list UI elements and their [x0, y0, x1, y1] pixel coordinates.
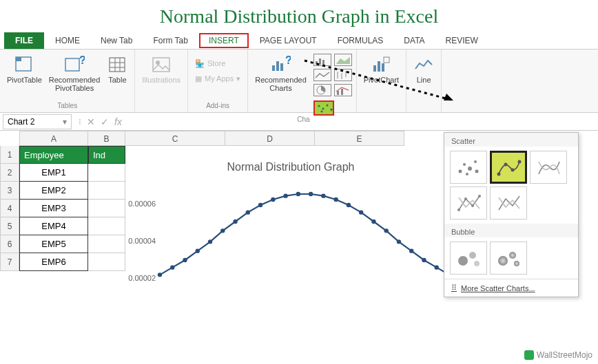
bar-chart-icon[interactable] — [313, 54, 331, 66]
svg-point-40 — [208, 239, 212, 244]
illustrations-button[interactable]: Illustrations — [142, 52, 181, 84]
tab-insert[interactable]: INSERT — [199, 33, 249, 48]
line-chart-icon[interactable] — [313, 69, 331, 81]
table-button[interactable]: Table — [107, 52, 127, 84]
scatter-option-markers[interactable] — [450, 151, 487, 184]
svg-rect-15 — [316, 61, 318, 65]
svg-point-45 — [271, 197, 275, 202]
svg-point-72 — [471, 204, 474, 207]
accept-formula-icon[interactable]: ✓ — [101, 116, 109, 127]
row-header[interactable]: 6 — [0, 235, 19, 253]
row-header[interactable]: 7 — [0, 253, 19, 271]
svg-point-75 — [469, 252, 476, 259]
sparkline-line-button[interactable]: Line — [413, 52, 434, 84]
chevron-down-icon[interactable]: ▾ — [63, 117, 67, 127]
name-box[interactable]: Chart 2 ▾ — [3, 114, 72, 129]
tab-page-layout[interactable]: PAGE LAYOUT — [250, 33, 327, 48]
svg-point-71 — [464, 197, 467, 200]
svg-rect-31 — [378, 61, 380, 72]
column-header[interactable]: A — [19, 131, 88, 146]
column-header[interactable]: E — [315, 131, 404, 146]
cell[interactable] — [88, 200, 125, 217]
tab-data[interactable]: DATA — [394, 33, 434, 48]
bubble-option-2d[interactable] — [450, 242, 487, 275]
tables-group-label: Tables — [57, 102, 77, 111]
scatter-option-smooth[interactable] — [530, 151, 567, 184]
myapps-button[interactable]: ▦ My Apps ▾ — [195, 72, 240, 83]
employee-cell[interactable]: EMP1 — [19, 164, 88, 182]
column-header[interactable]: D — [225, 131, 315, 146]
recommended-pivot-button[interactable]: ? Recommended PivotTables — [49, 52, 101, 92]
fx-icon[interactable]: fx — [114, 116, 122, 127]
store-button[interactable]: 🏪 Store — [195, 56, 225, 67]
pivottable-button[interactable]: PivotTable — [7, 52, 42, 84]
header-cell[interactable]: Ind — [88, 146, 125, 164]
employee-cell[interactable]: EMP5 — [19, 235, 88, 253]
column-header[interactable]: C — [125, 131, 225, 146]
employee-cell[interactable]: EMP4 — [19, 217, 88, 235]
bubble-section-label: Bubble — [444, 224, 578, 237]
embedded-chart[interactable]: Normal Distribution Graph 0.00006 0.0000… — [125, 157, 456, 308]
row-header[interactable]: 4 — [0, 200, 19, 217]
ribbon-group-pivotchart: PivotChart — [357, 50, 406, 112]
svg-rect-23 — [337, 91, 339, 95]
row-header[interactable]: 3 — [0, 182, 19, 200]
area-chart-icon[interactable] — [334, 54, 352, 66]
ribbon-group-tables: PivotTable ? Recommended PivotTables Tab… — [0, 50, 135, 112]
employee-cell[interactable]: EMP3 — [19, 200, 88, 217]
recommended-charts-label: Recommended Charts — [255, 76, 307, 92]
more-scatter-icon: ⠿ — [451, 283, 457, 292]
header-cell[interactable]: Employee — [19, 146, 88, 164]
combo-chart-icon[interactable] — [334, 84, 352, 96]
svg-point-51 — [347, 203, 351, 207]
sparkline-icon — [413, 55, 434, 74]
scatter-option-smooth-markers[interactable] — [490, 151, 527, 184]
chevron-down-icon: ▾ — [236, 74, 240, 83]
row-header[interactable]: 1 — [0, 146, 19, 164]
chart-line — [125, 176, 456, 300]
svg-point-55 — [397, 239, 401, 244]
svg-point-54 — [384, 228, 388, 233]
cell[interactable] — [88, 164, 125, 182]
svg-point-10 — [156, 61, 160, 65]
pie-chart-icon[interactable] — [313, 84, 331, 96]
cell[interactable] — [88, 182, 125, 200]
tab-form-tab[interactable]: Form Tab — [143, 33, 197, 48]
pivotchart-label: PivotChart — [364, 76, 399, 84]
stock-chart-icon[interactable] — [334, 69, 352, 81]
cell[interactable] — [88, 217, 125, 235]
tab-formulas[interactable]: FORMULAS — [328, 33, 393, 48]
svg-point-53 — [371, 220, 375, 224]
scatter-chart-dropdown[interactable]: ▾ — [313, 100, 334, 116]
svg-point-26 — [322, 108, 324, 110]
employee-cell[interactable]: EMP2 — [19, 182, 88, 200]
svg-point-48 — [309, 192, 313, 196]
svg-rect-16 — [319, 58, 321, 65]
tab-home[interactable]: HOME — [45, 33, 90, 48]
employee-cell[interactable]: EMP6 — [19, 253, 88, 271]
svg-point-78 — [509, 252, 516, 259]
scatter-option-straight[interactable] — [490, 186, 527, 220]
scatter-option-straight-markers[interactable] — [450, 186, 487, 220]
pivotchart-button[interactable]: PivotChart — [364, 52, 399, 84]
recommended-charts-button[interactable]: ? Recommended Charts — [255, 52, 307, 92]
more-scatter-label: More Scatter Charts... — [461, 284, 535, 292]
svg-point-60 — [459, 170, 462, 173]
cell[interactable] — [88, 253, 125, 271]
row-header[interactable]: 5 — [0, 217, 19, 235]
cancel-formula-icon[interactable]: ✕ — [87, 116, 95, 127]
column-header[interactable]: B — [88, 131, 125, 146]
tab-new-tab[interactable]: New Tab — [91, 33, 142, 48]
svg-point-67 — [504, 163, 508, 167]
more-scatter-link[interactable]: ⠿ More Scatter Charts... — [444, 279, 578, 297]
tab-review[interactable]: REVIEW — [436, 33, 488, 48]
svg-rect-2 — [65, 58, 79, 71]
cell[interactable] — [88, 235, 125, 253]
svg-point-49 — [321, 193, 325, 197]
bubble-option-3d[interactable] — [490, 242, 527, 275]
svg-point-66 — [497, 173, 501, 176]
svg-point-76 — [474, 261, 480, 266]
tab-file[interactable]: FILE — [4, 32, 44, 49]
row-header[interactable]: 2 — [0, 164, 19, 182]
ribbon-group-addins: 🏪 Store ▦ My Apps ▾ Add-ins — [188, 50, 248, 112]
